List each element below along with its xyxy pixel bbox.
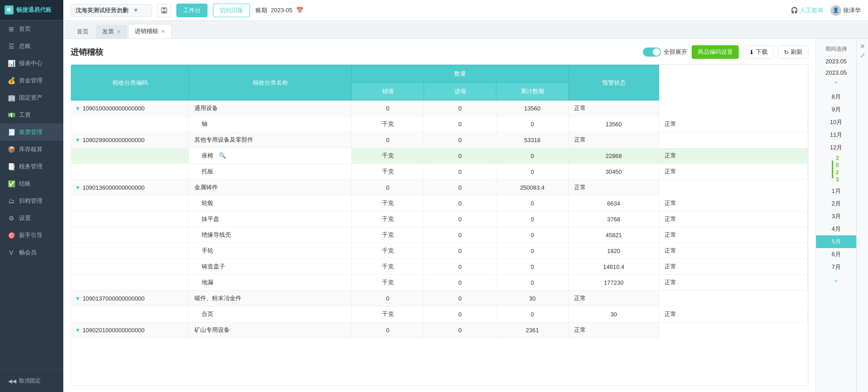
- user-menu[interactable]: 👤 徐泽华: [830, 5, 861, 16]
- headset-icon: 🎧: [791, 7, 798, 14]
- year-bar: [832, 160, 833, 178]
- expand-panel-button[interactable]: ⤢: [860, 52, 865, 59]
- sidebar-item-settle[interactable]: ✅ 结账: [0, 175, 63, 192]
- cell-code: ▼1090201000000000000: [71, 322, 189, 338]
- tab-invoice[interactable]: 发票 ✕: [96, 25, 127, 38]
- period-scroll-down[interactable]: ⌄: [831, 273, 841, 286]
- cell-code: ▼1090299000000000000: [71, 132, 189, 148]
- table-row: 绝缘导线壳 千克 0 0 45821 正常: [71, 227, 808, 243]
- sidebar-item-inventory[interactable]: 📦 库存核算: [0, 141, 63, 158]
- product-code-settings-button[interactable]: 商品编码设置: [692, 45, 739, 59]
- expand-icon[interactable]: ▼: [75, 184, 81, 191]
- cell-cumulative: 13560: [496, 100, 569, 116]
- workbench-button[interactable]: 工作台: [176, 4, 208, 17]
- cell-code: [71, 211, 189, 227]
- period-item-3[interactable]: 3月: [816, 210, 856, 223]
- sidebar-item-label: 工资: [19, 111, 31, 119]
- period-item-9[interactable]: 9月: [816, 103, 856, 116]
- tab-home[interactable]: 首页: [71, 25, 95, 38]
- cell-warning: 正常: [569, 322, 659, 338]
- period-item-8[interactable]: 8月: [816, 91, 856, 103]
- cell-purchase: 0: [496, 227, 569, 243]
- cell-cumulative: 53318: [496, 132, 569, 148]
- cell-sales: 0: [424, 196, 496, 211]
- sidebar-item-member[interactable]: V 畅会员: [0, 244, 63, 261]
- sidebar-item-archive[interactable]: 🗂 归档管理: [0, 192, 63, 210]
- cell-sales: 0: [424, 164, 496, 180]
- cell-cumulative: 30: [496, 291, 569, 306]
- period-label: 账期: [255, 6, 267, 14]
- period-scroll-up[interactable]: ⌃: [831, 78, 841, 91]
- period-item-2023-05-1[interactable]: 2023.05: [816, 56, 856, 67]
- cancel-pin-button[interactable]: ◀◀ 取消固定: [5, 374, 59, 387]
- period-item-5[interactable]: 5月: [816, 235, 856, 248]
- toggle-track[interactable]: [643, 48, 661, 57]
- th-purchase: 进项: [424, 83, 496, 100]
- sidebar-item-label: 总账: [19, 42, 31, 50]
- expand-icon[interactable]: ▼: [75, 137, 81, 143]
- settle-icon: ✅: [7, 180, 15, 188]
- cell-warning: 正常: [569, 100, 659, 116]
- svg-rect-2: [162, 11, 166, 13]
- sidebar-item-home[interactable]: ⊞ 首页: [0, 20, 63, 38]
- cell-name: 地漏: [189, 275, 352, 291]
- cell-code: [71, 196, 189, 211]
- service-button[interactable]: 🎧 人工咨询: [791, 6, 823, 14]
- sidebar-item-tax[interactable]: 📑 税务管理: [0, 158, 63, 175]
- close-panel-button[interactable]: ✕: [860, 43, 865, 50]
- cell-cumulative: 30: [569, 306, 659, 322]
- expand-all-toggle[interactable]: 全部展开: [643, 48, 687, 57]
- tab-invoice-close[interactable]: ✕: [117, 29, 121, 35]
- company-selector[interactable]: 沈海英测试经营勿删 ▼: [71, 4, 152, 17]
- cell-code: [71, 227, 189, 243]
- topbar: 沈海英测试经营勿删 ▼ 工作台 切到旧版 账期 2023-05 📅 🎧 人工咨询…: [63, 0, 868, 21]
- tab-home-label: 首页: [77, 28, 89, 36]
- expand-icon[interactable]: ▼: [75, 105, 81, 112]
- period-item-7[interactable]: 7月: [816, 261, 856, 273]
- period-item-2023-05-2[interactable]: 2023.05: [816, 67, 856, 78]
- cell-unit: 千克: [352, 148, 424, 164]
- sidebar-item-settings[interactable]: ⚙ 设置: [0, 210, 63, 227]
- period-item-2[interactable]: 2月: [816, 197, 856, 210]
- sidebar-item-invoices[interactable]: 🧾 发票管理: [0, 124, 63, 141]
- sidebar-item-ledger[interactable]: ☰ 总账: [0, 38, 63, 55]
- sidebar-item-payroll[interactable]: 💵 工资: [0, 106, 63, 124]
- download-button[interactable]: ⬇ 下载: [743, 45, 774, 59]
- period-item-12[interactable]: 12月: [816, 141, 856, 154]
- tab-reconcile-close[interactable]: ✕: [161, 29, 165, 34]
- period-item-1[interactable]: 1月: [816, 185, 856, 197]
- search-in-name-icon[interactable]: 🔍: [219, 152, 226, 159]
- sidebar-item-label: 资金管理: [19, 76, 42, 85]
- cell-unit: 千克: [352, 243, 424, 259]
- expand-icon[interactable]: ▼: [75, 327, 81, 334]
- table-row: 抹平盘 千克 0 0 3768 正常: [71, 211, 808, 227]
- cell-purchase: 0: [496, 306, 569, 322]
- cell-purchase: 0: [496, 211, 569, 227]
- cell-warning: 正常: [659, 148, 808, 164]
- sidebar-item-reports[interactable]: 📊 报表中心: [0, 55, 63, 72]
- period-item-4[interactable]: 4月: [816, 223, 856, 235]
- tab-reconcile[interactable]: 进销稽核 ✕: [128, 24, 172, 38]
- sidebar-item-label: 报表中心: [19, 59, 42, 67]
- refresh-button[interactable]: ↻ 刷新: [778, 45, 808, 59]
- period-item-6[interactable]: 6月: [816, 248, 856, 261]
- cell-name: 锻件、粉末冶金件: [189, 291, 352, 306]
- cell-sales: 0: [424, 227, 496, 243]
- sidebar-item-funds[interactable]: 💰 资金管理: [0, 72, 63, 89]
- period-item-10[interactable]: 10月: [816, 116, 856, 129]
- page-actions: 全部展开 商品编码设置 ⬇ 下载 ↻ 刷新: [643, 45, 808, 59]
- cell-code: ▼1090136000000000000: [71, 180, 189, 196]
- sidebar-item-label: 税务管理: [19, 163, 42, 171]
- cell-unit: 千克: [352, 227, 424, 243]
- calendar-icon[interactable]: 📅: [296, 7, 303, 14]
- th-sales: 销项: [352, 83, 424, 100]
- content-area: 进销稽核 全部展开 商品编码设置 ⬇ 下载 ↻ 刷: [63, 39, 868, 392]
- period-item-11[interactable]: 11月: [816, 129, 856, 141]
- save-icon-button[interactable]: [157, 4, 171, 17]
- table-row: 合页 千克 0 0 30 正常: [71, 306, 808, 322]
- expand-icon[interactable]: ▼: [75, 295, 81, 302]
- switch-version-button[interactable]: 切到旧版: [213, 4, 250, 17]
- home-icon: ⊞: [7, 25, 15, 33]
- sidebar-item-assets[interactable]: 🏢 固定资产: [0, 89, 63, 106]
- sidebar-item-guide[interactable]: 🎯 新手引导: [0, 227, 63, 244]
